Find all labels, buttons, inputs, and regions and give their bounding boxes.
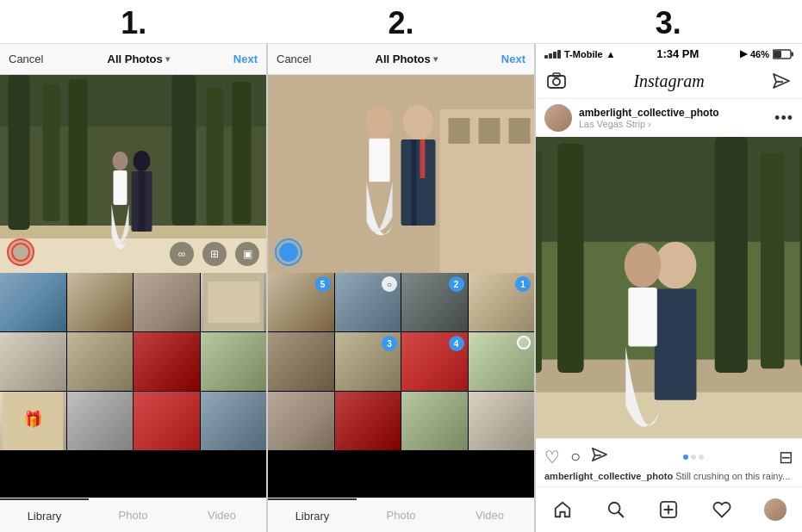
grid-cell-2[interactable] — [67, 273, 134, 331]
share-icon-button[interactable] — [591, 446, 608, 467]
caption-username: amberlight_collective_photo — [544, 471, 673, 481]
carrier-label: T-Mobile — [564, 49, 603, 59]
grid-cell-11[interactable] — [134, 392, 200, 450]
ig-nav-home-button[interactable] — [547, 494, 578, 525]
post-more-button[interactable]: ••• — [774, 110, 793, 126]
panel2-grid-cell-2[interactable]: ○ — [335, 273, 401, 331]
tab-library[interactable]: Library — [0, 498, 89, 532]
share-icon — [591, 446, 608, 463]
post-image-svg — [536, 137, 802, 438]
panel2-grid-cell-7[interactable]: 4 — [401, 332, 468, 391]
panel-3-instagram: T-Mobile ▲ 1:34 PM ▶ 46% — [536, 44, 802, 532]
panel2-grid-cell-5[interactable] — [268, 332, 334, 391]
dot-2 — [691, 455, 696, 460]
ig-nav-heart-button[interactable] — [706, 494, 737, 525]
select-circle-inner-2 — [279, 243, 298, 262]
svg-rect-26 — [401, 139, 436, 226]
panel-2-select-circle[interactable] — [275, 238, 302, 266]
panel2-grid-cell-9[interactable] — [268, 392, 334, 450]
svg-rect-53 — [628, 288, 656, 346]
panel-2: Cancel All Photos ▾ Next — [268, 44, 535, 532]
panel-2-preview-image — [268, 75, 534, 273]
badge-2: 2 — [449, 276, 464, 292]
panel-2-cancel-button[interactable]: Cancel — [277, 53, 311, 65]
post-location[interactable]: Las Vegas Strip › — [579, 119, 768, 129]
panel-1-chevron-icon: ▾ — [165, 54, 170, 64]
signal-icon — [544, 50, 561, 59]
panel-2-next-button[interactable]: Next — [501, 53, 525, 65]
post-caption: amberlight_collective_photo Still crushi… — [536, 471, 802, 486]
tab-video[interactable]: Video — [177, 498, 266, 532]
panel-1-cancel-button[interactable]: Cancel — [9, 53, 43, 65]
dot-3 — [699, 455, 704, 460]
svg-rect-17 — [208, 281, 259, 323]
badge-3: 3 — [382, 336, 397, 351]
ig-nav-search-button[interactable] — [600, 494, 631, 525]
camera-icon-button[interactable] — [544, 69, 569, 93]
panel2-grid-cell-10[interactable] — [335, 392, 401, 450]
svg-rect-6 — [69, 79, 88, 226]
svg-point-29 — [366, 106, 394, 139]
search-icon — [606, 500, 625, 519]
post-username[interactable]: amberlight_collective_photo — [579, 107, 768, 119]
cell-9-svg: 🎁 — [0, 392, 66, 450]
cell-4-svg — [201, 273, 267, 331]
camera-icon — [547, 72, 566, 90]
grid-cell-1[interactable] — [0, 273, 66, 331]
grid-cell-6[interactable] — [67, 332, 134, 391]
panel-1-album-selector[interactable]: All Photos ▾ — [108, 53, 170, 65]
status-left: T-Mobile ▲ — [544, 49, 616, 59]
svg-rect-27 — [412, 139, 417, 226]
select-circle-inner-1 — [11, 243, 30, 262]
svg-rect-46 — [715, 137, 748, 373]
grid-cell-7[interactable] — [134, 332, 200, 391]
panel-2-preview — [268, 75, 534, 273]
panel-1-next-button[interactable]: Next — [233, 53, 258, 65]
grid-cell-4[interactable] — [201, 273, 267, 331]
panel-2-photo-grid: 5 ○ 2 1 3 4 — [268, 273, 534, 498]
wifi-icon: ▲ — [606, 49, 616, 59]
panel-2-tab-bar: Library Photo Video — [268, 498, 534, 532]
grid-cell-5[interactable] — [0, 332, 66, 391]
ig-header: Instagram — [536, 64, 802, 99]
panel2-grid-cell-11[interactable] — [401, 392, 468, 450]
panel-1-select-circle[interactable] — [7, 238, 34, 266]
ig-nav-profile-button[interactable] — [760, 494, 791, 525]
panel2-grid-cell-4[interactable]: 1 — [469, 273, 535, 331]
grid-cell-10[interactable] — [67, 392, 134, 450]
panel2-tab-video[interactable]: Video — [445, 498, 534, 532]
panel-1-preview: ∞ ⊞ ▣ — [0, 75, 266, 273]
save-icon-button[interactable]: ⊟ — [779, 447, 793, 467]
like-icon-button[interactable]: ♡ — [544, 447, 560, 467]
grid-cell-12[interactable] — [201, 392, 267, 450]
svg-rect-23 — [479, 118, 500, 144]
comment-icon-button[interactable]: ○ — [570, 447, 581, 467]
panel2-grid-cell-3[interactable]: 2 — [401, 273, 468, 331]
signal-dot-3 — [553, 52, 556, 59]
panel-1-photo-grid: 🎁 — [0, 273, 266, 498]
panels-container: Cancel All Photos ▾ Next — [0, 44, 802, 532]
panel2-grid-cell-8[interactable] — [469, 332, 535, 391]
panel2-grid-cell-6[interactable]: 3 — [335, 332, 401, 391]
svg-rect-33 — [791, 52, 793, 56]
ig-nav-add-button[interactable] — [653, 494, 684, 525]
instagram-logo: Instagram — [633, 71, 704, 91]
panel2-grid-cell-1[interactable]: 5 — [268, 273, 334, 331]
tab-photo[interactable]: Photo — [89, 498, 177, 532]
grid-cell-9[interactable]: 🎁 — [0, 392, 66, 450]
svg-text:🎁: 🎁 — [23, 410, 43, 429]
tool-grid-icon[interactable]: ⊞ — [202, 242, 227, 266]
grid-cell-3[interactable] — [134, 273, 200, 331]
svg-rect-22 — [449, 118, 470, 144]
panel-2-album-selector[interactable]: All Photos ▾ — [376, 53, 438, 65]
tool-infinity-icon[interactable]: ∞ — [170, 242, 194, 266]
panel2-tab-photo[interactable]: Photo — [357, 498, 445, 532]
direct-message-icon-button[interactable] — [769, 69, 793, 93]
panel2-grid-cell-12[interactable] — [469, 392, 535, 450]
step-3-label: 3. — [535, 0, 802, 43]
panel2-tab-library[interactable]: Library — [268, 498, 357, 532]
step-numbers-row: 1. 2. 3. — [0, 0, 802, 44]
tool-square-icon[interactable]: ▣ — [235, 242, 259, 266]
grid-cell-8[interactable] — [201, 332, 267, 391]
post-image — [536, 137, 802, 438]
